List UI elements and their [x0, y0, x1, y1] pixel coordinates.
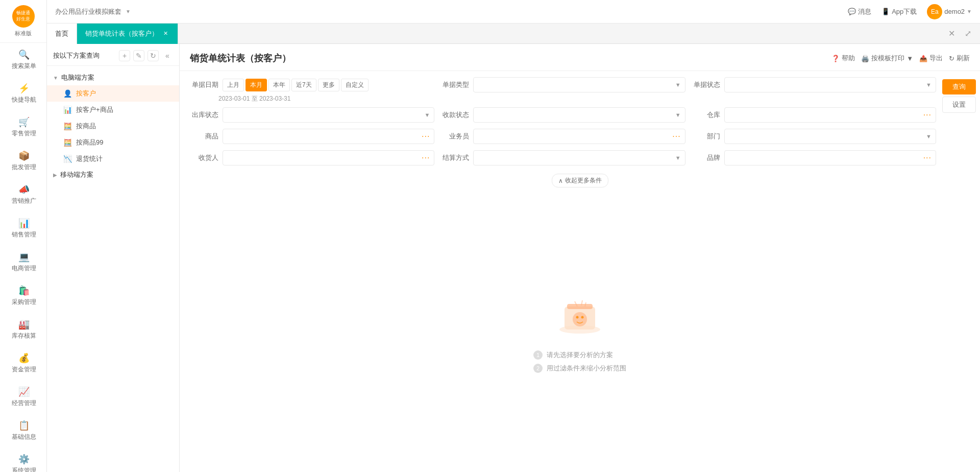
date-btn-more[interactable]: 更多: [318, 79, 339, 91]
settlement-select[interactable]: ▼: [473, 150, 685, 166]
scheme-item-by-goods-label: 按商品: [76, 122, 96, 131]
tab-restore-button[interactable]: ⤢: [962, 28, 974, 40]
collapse-up-icon: ∧: [558, 177, 563, 184]
refresh-button[interactable]: ↻ 刷新: [949, 54, 970, 63]
refresh-icon: ↻: [150, 52, 156, 60]
consignee-select[interactable]: ···: [223, 150, 434, 166]
department-select[interactable]: ▼: [724, 129, 936, 144]
goods-select[interactable]: ···: [223, 129, 434, 144]
messages-label: 消息: [858, 7, 871, 16]
collapse-more-button[interactable]: ∧ 收起更多条件: [552, 174, 608, 187]
department-label: 部门: [692, 132, 720, 141]
quick-nav-icon: ⚡: [18, 83, 30, 94]
edit-icon: ✎: [136, 52, 142, 60]
print-icon: 🖨️: [861, 55, 869, 62]
app-download-button[interactable]: 📱 App下载: [881, 7, 917, 16]
collapse-bar: ∧ 收起更多条件: [180, 172, 980, 192]
date-range-display: 2023-03-01 至 2023-03-31: [218, 95, 936, 103]
sidebar-item-retail[interactable]: 🛒 零售管理: [0, 110, 46, 144]
settings-button[interactable]: 设置: [942, 97, 976, 113]
sidebar-item-wholesale[interactable]: 📦 批发管理: [0, 144, 46, 178]
sidebar-item-purchase[interactable]: 🛍️ 采购管理: [0, 279, 46, 313]
messages-button[interactable]: 💬 消息: [848, 7, 871, 16]
sidebar-item-marketing[interactable]: 📣 营销推广: [0, 178, 46, 211]
settlement-arrow-icon: ▼: [675, 155, 681, 161]
date-btn-custom[interactable]: 自定义: [341, 79, 369, 91]
sidebar-item-label: 营销推广: [12, 197, 36, 205]
scheme-tree: ▼ 电脑端方案 👤 按客户 📊 按客户+商品 🧮 按商品: [47, 66, 179, 472]
tab-home[interactable]: 首页: [47, 23, 77, 44]
filter-cell-doc-type: 单据类型 ▼: [440, 77, 685, 92]
out-status-select[interactable]: ▼: [223, 107, 434, 123]
sidebar-item-inventory[interactable]: 🏭 库存核算: [0, 313, 46, 346]
sidebar-item-basic[interactable]: 📋 基础信息: [0, 414, 46, 447]
tab-close-window-button[interactable]: ✕: [945, 28, 958, 40]
goods-dots: ···: [422, 132, 430, 141]
salesperson-select[interactable]: ···: [473, 129, 685, 144]
goods-icon: 🧮: [63, 122, 72, 130]
tab-close-icon[interactable]: ✕: [161, 30, 169, 38]
warehouse-select[interactable]: ···: [724, 107, 936, 123]
customer-icon: 👤: [63, 89, 72, 98]
empty-tip-2: 2 用过滤条件来缩小分析范围: [533, 364, 626, 373]
scheme-add-button[interactable]: +: [119, 50, 130, 61]
query-button[interactable]: 查询: [942, 79, 976, 95]
sidebar-item-search[interactable]: 🔍 搜索菜单: [0, 43, 46, 77]
user-profile[interactable]: Ea demo2 ▼: [927, 4, 972, 19]
logo-label: 标准版: [15, 30, 32, 37]
brand-dots: ···: [923, 153, 932, 162]
print-button[interactable]: 🖨️ 按模板打印 ▼: [861, 54, 913, 63]
scheme-edit-button[interactable]: ✎: [133, 50, 144, 61]
doc-status-select[interactable]: ▼: [724, 77, 936, 92]
sidebar-item-sales[interactable]: 📊 销售管理: [0, 211, 46, 245]
customer-goods-icon: 📊: [63, 106, 72, 114]
scheme-item-by-goods[interactable]: 🧮 按商品: [47, 118, 179, 134]
help-button[interactable]: ❓ 帮助: [831, 54, 855, 63]
export-icon: 📤: [919, 55, 927, 62]
scheme-group-mobile-header[interactable]: ▶ 移动端方案: [47, 167, 179, 182]
page-actions: ❓ 帮助 🖨️ 按模板打印 ▼ 📤 导出 ↻ 刷新: [831, 54, 970, 63]
pay-status-select[interactable]: ▼: [473, 107, 685, 123]
tab-sales-stat[interactable]: 销货单统计表（按客户） ✕: [77, 23, 178, 44]
ecommerce-icon: 💻: [18, 251, 30, 263]
pay-status-label: 收款状态: [440, 110, 469, 120]
sidebar-item-label: 基础信息: [12, 433, 36, 441]
logo-icon: 畅捷通 好生意: [12, 5, 35, 28]
date-label: 单据日期: [190, 80, 218, 89]
filter-cell-doc-status: 单据状态 ▼: [692, 77, 936, 92]
scheme-item-refund-stat[interactable]: 📉 退货统计: [47, 151, 179, 167]
scheme-item-by-customer-goods-label: 按客户+商品: [76, 105, 113, 114]
sidebar-item-system[interactable]: ⚙️ 系统管理: [0, 447, 46, 472]
scheme-item-by-goods-99[interactable]: 🧮 按商品99: [47, 134, 179, 151]
refresh-icon: ↻: [949, 55, 954, 62]
topbar: 办公用品行业模拟账套 ▼ 💬 消息 📱 App下载 Ea demo2 ▼: [47, 0, 980, 23]
sidebar-item-label: 采购管理: [12, 298, 36, 306]
sidebar-item-operations[interactable]: 📈 经营管理: [0, 380, 46, 414]
filter-cell-goods: 商品 ···: [190, 129, 434, 144]
sidebar-item-label: 批发管理: [12, 163, 36, 172]
scheme-group-pc-header[interactable]: ▼ 电脑端方案: [47, 70, 179, 85]
purchase-icon: 🛍️: [18, 285, 30, 296]
filter-cell-consignee: 收货人 ···: [190, 150, 434, 166]
scheme-item-refund-stat-label: 退货统计: [76, 154, 103, 163]
brand-select[interactable]: ···: [724, 150, 936, 166]
tab-home-label: 首页: [55, 29, 68, 38]
topbar-dropdown-arrow-icon[interactable]: ▼: [126, 9, 131, 14]
date-btn-this-year[interactable]: 本年: [268, 79, 290, 91]
scheme-collapse-button[interactable]: «: [162, 50, 173, 61]
date-range-text: 2023-03-01 至 2023-03-31: [218, 95, 290, 102]
date-btn-last-month[interactable]: 上月: [223, 79, 244, 91]
empty-tip-1-text: 请先选择要分析的方案: [547, 350, 613, 360]
sidebar-item-label: 搜索菜单: [12, 62, 36, 70]
export-button[interactable]: 📤 导出: [919, 54, 943, 63]
date-btn-7days[interactable]: 近7天: [291, 79, 316, 91]
scheme-item-by-customer[interactable]: 👤 按客户: [47, 85, 179, 102]
scheme-item-by-customer-goods[interactable]: 📊 按客户+商品: [47, 102, 179, 118]
sidebar-item-ecommerce[interactable]: 💻 电商管理: [0, 245, 46, 279]
scheme-refresh-button[interactable]: ↻: [148, 50, 159, 61]
sidebar-item-finance[interactable]: 💰 资金管理: [0, 346, 46, 380]
doc-type-select[interactable]: ▼: [473, 77, 685, 92]
date-btn-this-month[interactable]: 本月: [246, 79, 267, 91]
sidebar-item-quick-nav[interactable]: ⚡ 快捷导航: [0, 77, 46, 110]
filter-row-1: 单据日期 上月 本月 本年 近7天 更多 自定义 单据类型: [190, 77, 936, 92]
